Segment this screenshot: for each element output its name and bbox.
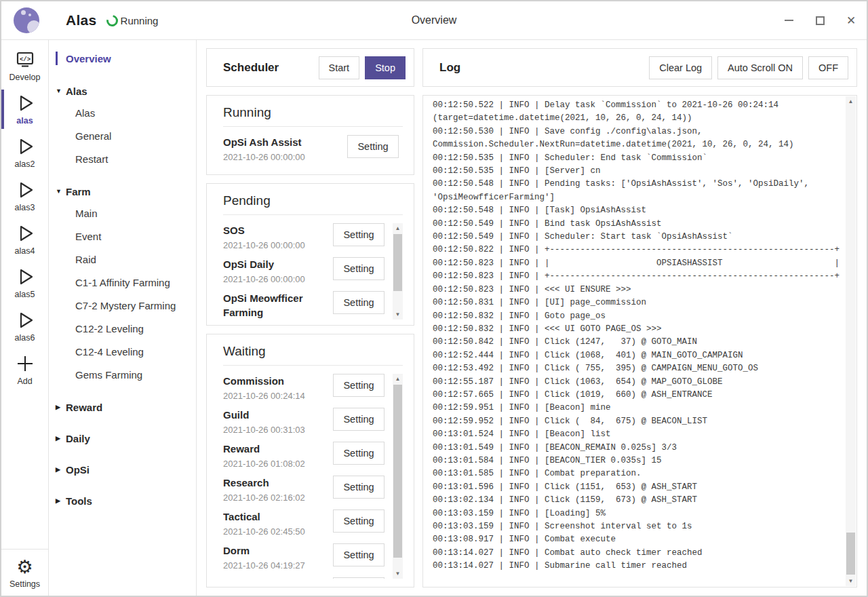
group-arrow-icon [56, 497, 66, 504]
nav-item[interactable]: Reward [49, 397, 196, 417]
log-body: 00:12:50.522 | INFO | Delay task `Commis… [433, 99, 843, 583]
start-button[interactable]: Start [319, 56, 360, 79]
nav-item[interactable]: Restart [49, 147, 196, 170]
pending-task-scroll: SOS 2021-10-26 00:00:00 Setting OpSi Dai… [223, 223, 403, 320]
rail-item-instance[interactable]: alas4 [1, 218, 48, 261]
scrollbar[interactable]: ▲ ▼ [393, 374, 403, 579]
rail-item-instance[interactable]: alas3 [1, 174, 48, 218]
nav-item[interactable]: Main [49, 201, 196, 225]
scheduler-title: Scheduler [223, 61, 319, 75]
nav-item[interactable]: Overview [49, 47, 196, 70]
rail-item-develop[interactable]: </> Develop [1, 44, 48, 88]
nav-item[interactable]: C12-4 Leveling [49, 340, 196, 363]
scrollbar[interactable]: ▲ ▼ [393, 223, 403, 320]
task-next-run-time: 2021-10-26 04:19:27 [223, 560, 328, 571]
scrollbar-thumb[interactable] [393, 385, 402, 558]
log-line: 00:13:03.159 | INFO | Screenshot interva… [433, 520, 843, 533]
rail-item-settings[interactable]: ⚙ Settings [1, 549, 48, 596]
rail-item-add[interactable]: Add [1, 348, 48, 391]
rail-item-instance[interactable]: alas6 [1, 305, 48, 348]
scroll-up-icon[interactable]: ▲ [393, 223, 403, 233]
setting-button[interactable]: Setting [333, 291, 384, 314]
scrollbar[interactable]: ▲ ▼ [846, 96, 856, 586]
app-title: Alas [66, 12, 97, 28]
play-icon [14, 309, 36, 331]
log-line: 00:12:59.952 | INFO | Click ( 84, 675) @… [433, 415, 843, 428]
log-column: Log Clear Log Auto Scroll ON OFF 00:12:5… [422, 48, 857, 588]
scrollbar-thumb[interactable] [846, 533, 855, 575]
log-line: 00:13:14.027 | INFO | Submarine call tim… [433, 560, 843, 573]
log-line: 00:12:59.951 | INFO | [Beacon] mine [433, 402, 843, 415]
setting-button[interactable]: Setting [333, 509, 384, 533]
scroll-down-icon[interactable]: ▼ [846, 576, 856, 586]
nav-item[interactable]: Farm [49, 181, 196, 201]
scroll-down-icon[interactable]: ▼ [393, 569, 403, 579]
scroll-up-icon[interactable]: ▲ [393, 374, 403, 384]
nav-item-label: OpSi [66, 464, 90, 476]
setting-button[interactable]: Setting [347, 135, 399, 158]
task-row: OpSi Daily 2021-10-26 00:00:00 Setting [223, 257, 389, 291]
task-info: Commission 2021-10-26 00:24:14 [223, 374, 333, 402]
setting-button[interactable]: Setting [333, 476, 384, 499]
nav-item[interactable]: Alas [49, 81, 196, 101]
task-next-run-time: 2021-10-26 02:45:50 [223, 526, 328, 537]
nav-item[interactable]: OpSi [49, 459, 196, 480]
running-task-list: OpSi Ash Assist 2021-10-26 00:00:00 Sett… [223, 135, 403, 169]
task-row: OpSi Ash Assist 2021-10-26 00:00:00 Sett… [223, 135, 403, 169]
stop-button[interactable]: Stop [365, 56, 406, 79]
rail-item-label: alas6 [15, 333, 35, 343]
close-button[interactable]: ✕ [835, 1, 867, 39]
nav-item[interactable]: Daily [49, 428, 196, 448]
play-icon [14, 92, 36, 114]
rail-item-label: alas [16, 116, 33, 126]
nav-item[interactable]: C7-2 Mystery Farming [49, 294, 196, 317]
nav-item[interactable]: Event [49, 225, 196, 248]
minimize-button[interactable] [773, 1, 804, 39]
setting-button[interactable]: Setting [333, 577, 384, 579]
auto-scroll-on-button[interactable]: Auto Scroll ON [717, 56, 803, 79]
task-info: OpSi Daily 2021-10-26 00:00:00 [223, 257, 333, 285]
nav-item[interactable]: C1-1 Affinity Farming [49, 271, 196, 294]
auto-scroll-off-button[interactable]: OFF [808, 56, 848, 79]
maximize-button[interactable] [804, 1, 835, 39]
scrollbar-thumb[interactable] [393, 234, 402, 291]
task-name: OpSi Meowfficer Farming [223, 291, 328, 320]
waiting-panel: Waiting Commission 2021-10-26 00:24:14 [206, 334, 414, 588]
rail-item-instance[interactable]: alas5 [1, 261, 48, 305]
rail-item-instance[interactable]: alas [1, 88, 48, 131]
nav-item-label: C1-1 Affinity Farming [75, 277, 170, 288]
nav-item[interactable]: Raid [49, 248, 196, 271]
nav-item-label: Alas [66, 85, 87, 97]
log-line: 00:12:50.823 | INFO | <<< UI ENSURE >>> [433, 284, 843, 296]
nav-item[interactable]: Alas [49, 101, 196, 124]
plus-icon [14, 353, 36, 374]
setting-button[interactable]: Setting [333, 374, 384, 397]
log-line: 00:12:50.823 | INFO | | OPSIASHASSIST | [433, 257, 843, 270]
play-icon [14, 136, 36, 157]
setting-button[interactable]: Setting [333, 223, 384, 246]
nav-item-label: C12-2 Leveling [75, 323, 144, 334]
task-row: Reward 2021-10-26 01:08:02 Setting [223, 442, 389, 476]
scroll-up-icon[interactable]: ▲ [846, 96, 856, 107]
rail-item-instance[interactable]: alas2 [1, 131, 48, 174]
setting-button[interactable]: Setting [333, 257, 384, 280]
log-line: 00:12:50.832 | INFO | <<< UI GOTO PAGE_O… [433, 323, 843, 336]
nav-item-label: Tools [66, 495, 92, 507]
clear-log-button[interactable]: Clear Log [649, 56, 712, 79]
task-info: OpSi Meowfficer Farming [223, 291, 333, 320]
log-header: Log Clear Log Auto Scroll ON OFF [422, 48, 857, 87]
rail-item-label: alas5 [15, 290, 35, 299]
nav-item[interactable]: Tools [49, 490, 196, 511]
log-line: 00:12:53.492 | INFO | Click ( 755, 395) … [433, 362, 843, 375]
nav-item[interactable]: C12-2 Leveling [49, 317, 196, 340]
task-info: OpSi Ash Assist 2021-10-26 00:00:00 [223, 135, 347, 163]
setting-button[interactable]: Setting [333, 543, 384, 566]
task-name: Reward [223, 442, 328, 456]
task-name: Research [223, 476, 328, 490]
nav-item[interactable]: General [49, 124, 196, 147]
nav-item[interactable]: Gems Farming [49, 363, 196, 386]
app-logo-icon [14, 7, 39, 33]
scroll-down-icon[interactable]: ▼ [393, 309, 403, 320]
setting-button[interactable]: Setting [333, 408, 384, 431]
setting-button[interactable]: Setting [333, 442, 384, 465]
